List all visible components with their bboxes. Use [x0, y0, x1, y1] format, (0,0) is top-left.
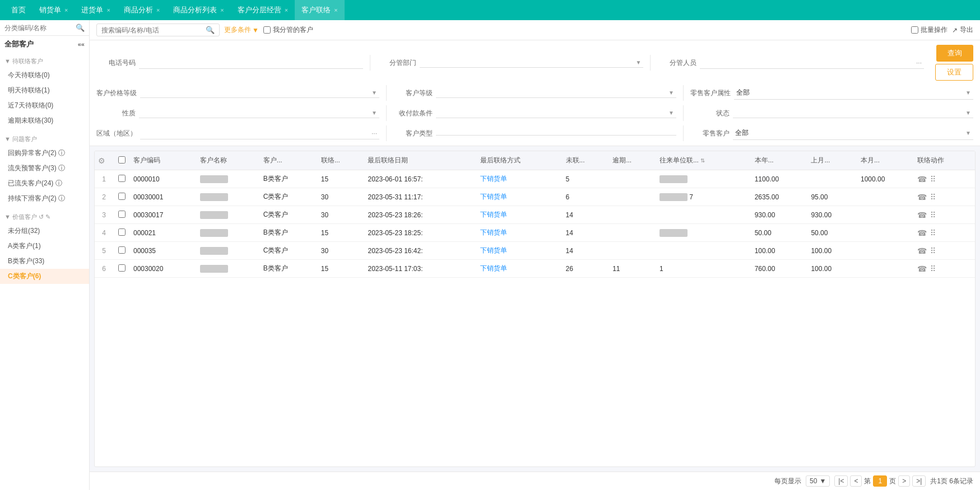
row-checkbox[interactable] [118, 246, 126, 254]
batch-op-checkbox[interactable] [911, 26, 918, 34]
cell-not-contact: 6 [563, 188, 610, 206]
close-purchase-icon[interactable]: × [106, 7, 110, 13]
cell-unit-amount: ■■■■ [656, 224, 751, 242]
method-link[interactable]: 下销货单 [480, 211, 507, 218]
phone-action-icon[interactable]: ☎ [917, 211, 927, 220]
phone-action-icon[interactable]: ☎ [917, 264, 927, 273]
sidebar-item-7days[interactable]: 近7天待联络(0) [0, 98, 89, 113]
row-checkbox[interactable] [118, 211, 126, 218]
cell-type: C类客户 [260, 206, 318, 224]
main-search-input[interactable] [101, 26, 206, 34]
export-btn[interactable]: ↗ 导出 [952, 25, 973, 35]
close-customer-contact-icon[interactable]: × [334, 7, 337, 13]
nav-home[interactable]: 首页 [4, 0, 32, 20]
last-page-btn[interactable]: >| [912, 475, 926, 487]
sidebar-search-input[interactable] [4, 24, 76, 32]
more-action-icon[interactable]: ⠿ [930, 246, 936, 255]
phone-action-icon[interactable]: ☎ [917, 246, 927, 255]
more-action-icon[interactable]: ⠿ [930, 211, 936, 220]
more-action-icon[interactable]: ⠿ [930, 193, 936, 202]
more-action-icon[interactable]: ⠿ [930, 175, 936, 184]
phone-input[interactable] [139, 57, 363, 69]
more-action-icon[interactable]: ⠿ [930, 228, 936, 237]
row-checkbox[interactable] [118, 228, 126, 236]
close-customer-layer-icon[interactable]: × [285, 7, 288, 13]
phone-action-icon[interactable]: ☎ [917, 193, 927, 202]
sidebar-item-declining[interactable]: 持续下滑客户(2) ⓘ [0, 191, 89, 206]
query-button[interactable]: 查询 [936, 45, 973, 62]
method-link[interactable]: 下销货单 [480, 228, 507, 236]
retail-select[interactable]: 全部 ▼ [733, 127, 973, 140]
close-product-analysis-icon[interactable]: × [156, 7, 160, 13]
cell-this-month [857, 260, 914, 278]
close-product-list-icon[interactable]: × [220, 7, 224, 13]
retail-attr-select[interactable]: 全部 ▼ [734, 86, 973, 100]
main-search-icon[interactable]: 🔍 [206, 26, 215, 34]
prev-page-btn[interactable]: < [850, 475, 862, 487]
sidebar-item-ungroup[interactable]: 未分组(32) [0, 223, 89, 239]
retail-chevron-icon: ▼ [965, 130, 971, 136]
table-row: 600030020■■■■B类客户152023-05-11 17:03:下销货单… [95, 260, 975, 278]
phone-action-icon[interactable]: ☎ [917, 228, 927, 237]
cell-this-year: 100.00 [751, 242, 808, 260]
value-grade-chevron-icon: ▼ [371, 90, 377, 96]
problem-group-title[interactable]: ▼ 问题客户 [0, 133, 89, 146]
more-conditions-btn[interactable]: 更多条件 ▼ [224, 25, 259, 35]
row-checkbox[interactable] [118, 193, 126, 200]
select-all-checkbox[interactable] [118, 156, 126, 164]
nav-sales[interactable]: 销货单 × [32, 0, 75, 20]
nav-customer-layer[interactable]: 客户分层经营 × [231, 0, 295, 20]
sidebar-item-warning[interactable]: 流失预警客户(3) ⓘ [0, 161, 89, 176]
manager-more-icon[interactable]: ··· [916, 59, 922, 67]
my-customers-checkbox-wrap[interactable]: 我分管的客户 [263, 25, 313, 35]
more-action-icon[interactable]: ⠿ [930, 264, 936, 273]
cell-action: ☎⠿ [914, 242, 975, 260]
method-link[interactable]: 下销货单 [480, 264, 507, 272]
nav-purchase[interactable]: 进货单 × [75, 0, 117, 20]
phone-action-icon[interactable]: ☎ [917, 175, 927, 184]
batch-op-btn[interactable]: 批量操作 [911, 25, 948, 35]
page-nav: |< < 第 1 页 > >| [834, 475, 926, 487]
region-select[interactable]: ··· [140, 128, 379, 139]
method-link[interactable]: 下销货单 [480, 193, 507, 200]
cell-this-month: 1000.00 [857, 170, 914, 188]
nav-product-analysis-list[interactable]: 商品分析列表 × [166, 0, 230, 20]
pending-group-title[interactable]: ▼ 待联络客户 [0, 55, 89, 68]
sidebar-item-tomorrow[interactable]: 明天待联络(1) [0, 83, 89, 98]
row-checkbox[interactable] [118, 175, 126, 182]
main-layout: 🔍 全部客户 «« ▼ 待联络客户 今天待联络(0) 明天待联络(1) 近7天待… [0, 20, 980, 490]
value-grade-select[interactable]: ▼ [140, 88, 379, 98]
page-size-select[interactable]: 50 ▼ [806, 475, 830, 487]
sidebar-search-icon[interactable]: 🔍 [76, 24, 85, 32]
nature-select[interactable]: ▼ [139, 108, 379, 118]
settings-icon[interactable]: ⚙ [98, 156, 105, 165]
row-checkbox[interactable] [118, 264, 126, 272]
close-sales-icon[interactable]: × [64, 7, 68, 13]
retail-attr-label: 零售客户属性 [690, 88, 731, 98]
sidebar-item-today[interactable]: 今天待联络(0) [0, 68, 89, 83]
method-link[interactable]: 下销货单 [480, 246, 507, 254]
nav-customer-contact[interactable]: 客户联络 × [295, 0, 344, 20]
status-select[interactable]: ▼ [733, 108, 973, 118]
my-customers-checkbox[interactable] [263, 26, 271, 34]
value-group-title[interactable]: ▼ 价值客户 ↺ ✎ [0, 211, 89, 223]
method-link[interactable]: 下销货单 [480, 175, 507, 183]
nav-product-analysis[interactable]: 商品分析 × [117, 0, 166, 20]
sidebar-item-a[interactable]: A类客户(1) [0, 239, 89, 254]
set-button[interactable]: 设置 [935, 64, 973, 81]
customer-type-select[interactable] [436, 132, 676, 136]
first-page-btn[interactable]: |< [834, 475, 848, 487]
next-page-btn[interactable]: > [898, 475, 910, 487]
sidebar-item-c[interactable]: C类客户(6) [0, 269, 89, 284]
sidebar-all-customers[interactable]: 全部客户 «« [0, 36, 89, 53]
region-more-icon[interactable]: ··· [371, 129, 377, 137]
grade-select[interactable]: ▼ [436, 88, 676, 98]
sidebar-item-lost[interactable]: 已流失客户(24) ⓘ [0, 176, 89, 191]
dept-select[interactable]: ▼ [420, 58, 644, 68]
filter-row-2: 客户价格等级 ▼ 客户等级 ▼ 零售客户属性 [96, 85, 973, 101]
sidebar-item-overdue[interactable]: 逾期未联络(30) [0, 113, 89, 128]
sidebar-item-abnormal[interactable]: 回购异常客户(2) ⓘ [0, 146, 89, 161]
sidebar-item-b[interactable]: B类客户(33) [0, 254, 89, 269]
manager-select[interactable]: ··· [700, 57, 924, 69]
payment-select[interactable]: ▼ [436, 108, 676, 118]
